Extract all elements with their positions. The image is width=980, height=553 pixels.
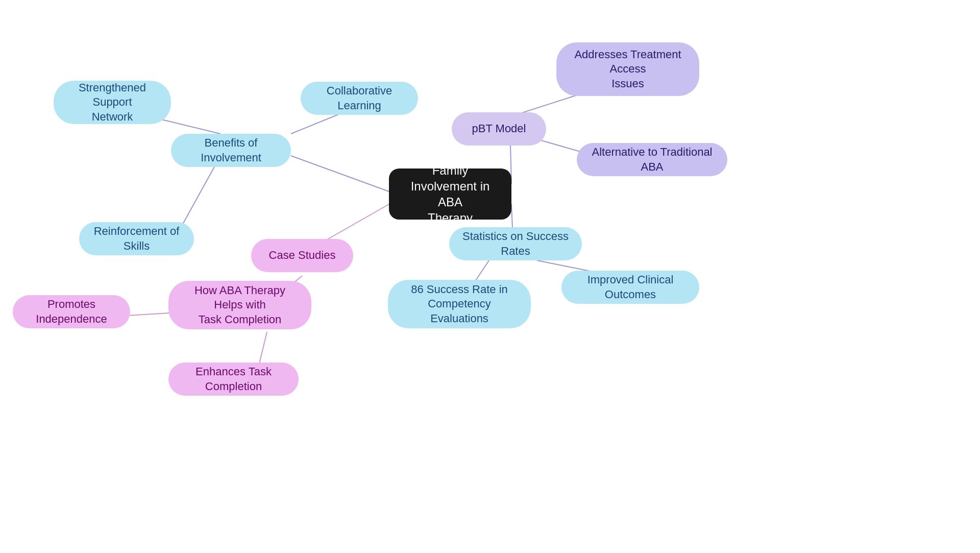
how-aba-node: How ABA Therapy Helps with Task Completi… [168,281,311,329]
addresses-treatment-node: Addresses Treatment Access Issues [556,42,699,96]
reinforcement-label: Reinforcement of Skills [90,224,183,253]
success-rate-label: 86 Success Rate in Competency Evaluation… [399,282,520,326]
center-label: Family Involvement in ABA Therapy [400,162,500,226]
enhances-task-node: Enhances Task Completion [168,363,299,396]
pbt-label: pBT Model [472,122,526,136]
center-node: Family Involvement in ABA Therapy [389,169,511,220]
alternative-aba-node: Alternative to Traditional ABA [577,143,727,176]
collaborative-label: Collaborative Learning [312,84,407,113]
enhances-label: Enhances Task Completion [180,365,287,394]
case-studies-node: Case Studies [251,239,353,272]
promotes-label: Promotes Independence [24,297,119,326]
statistics-label: Statistics on Success Rates [460,229,571,258]
how-aba-label: How ABA Therapy Helps with Task Completi… [180,283,300,327]
alternative-label: Alternative to Traditional ABA [588,145,716,174]
promotes-independence-node: Promotes Independence [13,295,130,328]
success-rate-node: 86 Success Rate in Competency Evaluation… [388,280,531,328]
pbt-model-node: pBT Model [452,112,546,146]
addresses-label: Addresses Treatment Access Issues [568,47,688,91]
benefits-label: Benefits of Involvement [182,136,280,165]
collaborative-learning-node: Collaborative Learning [301,82,418,115]
improved-clinical-label: Improved Clinical Outcomes [573,273,688,302]
strengthened-label: Strengthened Support Network [65,81,160,125]
improved-clinical-node: Improved Clinical Outcomes [561,271,699,304]
reinforcement-skills-node: Reinforcement of Skills [79,222,194,255]
svg-line-0 [291,156,389,191]
benefits-involvement-node: Benefits of Involvement [171,134,291,167]
strengthened-support-node: Strengthened Support Network [54,81,171,124]
statistics-success-node: Statistics on Success Rates [449,227,582,260]
case-studies-label: Case Studies [269,248,336,263]
